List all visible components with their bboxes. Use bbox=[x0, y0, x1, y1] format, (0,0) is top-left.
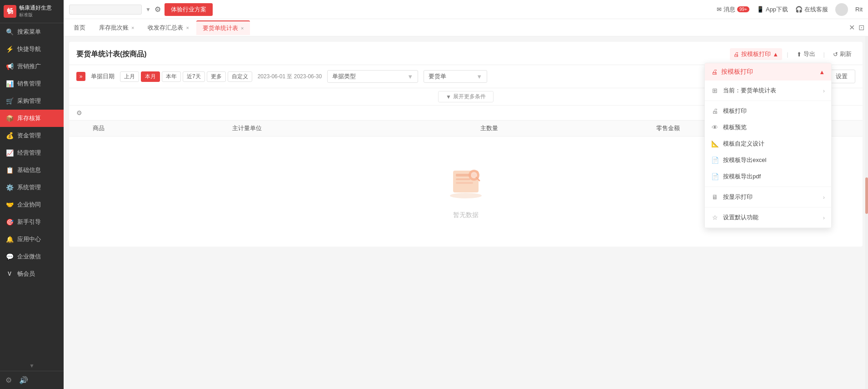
table-gear-icon[interactable]: ⚙ bbox=[76, 109, 82, 116]
logo-text-group: 畅康通好生意 标准版 bbox=[19, 5, 52, 18]
template-print-label: 模板打印 bbox=[723, 107, 747, 115]
tab-order-stats[interactable]: 要货单统计表 × bbox=[196, 20, 250, 35]
dropdown-display-print[interactable]: 🖥 按显示打印 › bbox=[705, 189, 831, 205]
expand-more-icon: ▼ bbox=[446, 94, 451, 100]
doc-type-select[interactable]: 单据类型 ▼ bbox=[327, 70, 418, 83]
topbar-search-input[interactable] bbox=[69, 5, 142, 15]
tab-home[interactable]: 首页 bbox=[67, 21, 92, 35]
doc-type-label: 单据类型 bbox=[332, 72, 356, 81]
sidebar-item-operations-label: 经营管理 bbox=[17, 149, 41, 157]
scrollbar-track[interactable] bbox=[865, 36, 868, 389]
dropdown-template-export-excel[interactable]: 📄 按模板导出excel bbox=[705, 152, 831, 168]
tab-order-stats-close[interactable]: × bbox=[241, 25, 244, 31]
headset-icon: 🎧 bbox=[795, 6, 803, 13]
window-close-btn[interactable]: ✕ bbox=[849, 23, 855, 32]
dropdown-template-custom[interactable]: 📐 模板自定义设计 bbox=[705, 136, 831, 152]
print-template-label: 按模板打印 bbox=[741, 50, 771, 58]
tab-receipt-summary-close[interactable]: × bbox=[186, 25, 189, 30]
footer-settings-icon[interactable]: ⚙ bbox=[5, 376, 12, 384]
dropdown-template-preview[interactable]: 👁 模板预览 bbox=[705, 119, 831, 136]
online-service-btn[interactable]: 🎧 在线客服 bbox=[795, 5, 828, 14]
sidebar-item-basic[interactable]: 📋 基础信息 bbox=[0, 162, 64, 179]
sidebar-item-marketing[interactable]: 📢 营销推广 bbox=[0, 58, 64, 75]
sidebar-scroll-down[interactable]: ▼ bbox=[0, 361, 64, 371]
order-status-label: 要货单 bbox=[429, 72, 446, 81]
sidebar-item-search[interactable]: 🔍 搜索菜单 bbox=[0, 23, 64, 40]
sidebar-item-finance[interactable]: 💰 资金管理 bbox=[0, 127, 64, 144]
set-default-label: 设置默认功能 bbox=[723, 213, 758, 222]
sidebar-item-sales-label: 销售管理 bbox=[17, 80, 41, 88]
expand-more-btn[interactable]: ▼ 展开更多条件 bbox=[438, 91, 494, 102]
sidebar-item-operations[interactable]: 📈 经营管理 bbox=[0, 144, 64, 162]
sidebar-item-wechat[interactable]: 💬 企业微信 bbox=[0, 248, 64, 265]
date-btn-this-year[interactable]: 本年 bbox=[162, 71, 181, 82]
sidebar-item-member[interactable]: V 畅会员 bbox=[0, 265, 64, 283]
col-quantity: 主数量 bbox=[475, 121, 651, 136]
trial-button[interactable]: 体验行业方案 bbox=[165, 3, 213, 16]
sidebar-item-sales[interactable]: 📊 销售管理 bbox=[0, 75, 64, 92]
tab-home-label: 首页 bbox=[74, 24, 85, 32]
sales-icon: 📊 bbox=[5, 80, 14, 87]
sidebar-item-system[interactable]: ⚙️ 系统管理 bbox=[0, 179, 64, 196]
marketing-icon: 📢 bbox=[5, 63, 14, 70]
message-btn[interactable]: ✉ 消息 99+ bbox=[717, 5, 749, 14]
tab-inventory-batch[interactable]: 库存批次账 × bbox=[93, 21, 140, 35]
sidebar-item-appstore-label: 应用中心 bbox=[17, 235, 41, 243]
dropdown-current-item[interactable]: ⊞ 当前：要货单统计表 › bbox=[705, 82, 831, 99]
print-template-btn[interactable]: 🖨 按模板打印 ▲ bbox=[730, 48, 782, 60]
dropdown-display-section: 🖥 按显示打印 › bbox=[705, 187, 831, 207]
sidebar-item-enterprise[interactable]: 🤝 企业协同 bbox=[0, 196, 64, 213]
filter-expand-btn[interactable]: » bbox=[76, 72, 85, 81]
tab-bar: 首页 库存批次账 × 收发存汇总表 × 要货单统计表 × ✕ ⊡ bbox=[64, 19, 868, 36]
svg-point-0 bbox=[450, 193, 482, 198]
sidebar-item-inventory[interactable]: 📦 库存核算 bbox=[0, 110, 64, 127]
basic-icon: 📋 bbox=[5, 167, 14, 174]
date-btn-last-month[interactable]: 上月 bbox=[120, 71, 139, 82]
topbar-right: ✉ 消息 99+ 📱 App下载 🎧 在线客服 Rit bbox=[717, 3, 863, 16]
topbar-chevron-icon[interactable]: ▼ bbox=[145, 6, 151, 13]
date-range-display: 2023-06-01 至 2023-06-30 bbox=[258, 73, 322, 81]
topbar-settings-icon[interactable]: ⚙ bbox=[155, 5, 161, 14]
set-default-arrow: › bbox=[823, 214, 825, 221]
sidebar-item-marketing-label: 营销推广 bbox=[17, 62, 41, 71]
svg-rect-4 bbox=[456, 182, 473, 184]
refresh-btn[interactable]: ↺ 刷新 bbox=[829, 48, 855, 60]
app-download-btn[interactable]: 📱 App下载 bbox=[757, 5, 788, 14]
export-btn[interactable]: ⬆ 导出 bbox=[793, 48, 819, 60]
dropdown-template-print[interactable]: 🖨 模板打印 bbox=[705, 103, 831, 119]
dropdown-items-section: 🖨 模板打印 👁 模板预览 📐 模板自定义设计 📄 按模板导出excel 📄 按… bbox=[705, 101, 831, 187]
dropdown-template-export-pdf[interactable]: 📄 按模板导出pdf bbox=[705, 168, 831, 185]
sidebar-item-enterprise-label: 企业协同 bbox=[17, 201, 41, 209]
tab-receipt-summary[interactable]: 收发存汇总表 × bbox=[141, 21, 195, 35]
dropdown-collapse-icon[interactable]: ▲ bbox=[819, 69, 825, 76]
date-btn-custom[interactable]: 自定义 bbox=[228, 71, 252, 82]
expand-more-label: 展开更多条件 bbox=[453, 93, 486, 101]
footer-sound-icon[interactable]: 🔊 bbox=[19, 376, 28, 384]
tab-inventory-batch-close[interactable]: × bbox=[131, 25, 134, 30]
online-service-label: 在线客服 bbox=[804, 5, 828, 14]
dropdown-printer-icon: 🖨 bbox=[711, 68, 718, 76]
date-btn-this-month[interactable]: 本月 bbox=[141, 71, 160, 82]
sidebar-item-beginner[interactable]: 🎯 新手引导 bbox=[0, 213, 64, 231]
sidebar-item-appstore[interactable]: 🔔 应用中心 bbox=[0, 231, 64, 248]
dropdown-header[interactable]: 🖨 按模板打印 ▲ bbox=[705, 63, 831, 81]
enterprise-icon: 🤝 bbox=[5, 201, 14, 208]
operations-icon: 📈 bbox=[5, 149, 14, 157]
sidebar-item-wechat-label: 企业微信 bbox=[17, 253, 41, 261]
settings-button[interactable]: 设置 bbox=[828, 70, 855, 83]
order-status-select[interactable]: 要货单 ▼ bbox=[424, 70, 487, 83]
date-btn-more[interactable]: 更多 bbox=[207, 71, 226, 82]
sidebar-item-quick-nav[interactable]: ⚡ 快捷导航 bbox=[0, 40, 64, 58]
scrollbar-thumb[interactable] bbox=[865, 177, 868, 214]
window-maximize-btn[interactable]: ⊡ bbox=[858, 23, 864, 32]
sidebar-item-basic-label: 基础信息 bbox=[17, 166, 41, 174]
dropdown-set-default[interactable]: ☆ 设置默认功能 › bbox=[705, 209, 831, 226]
sidebar-item-purchase[interactable]: 🛒 采购管理 bbox=[0, 92, 64, 110]
col-checkbox bbox=[69, 121, 87, 136]
app-download-label: App下载 bbox=[766, 5, 788, 14]
page-actions: 🖨 按模板打印 ▲ | ⬆ 导出 | ↺ 刷新 bbox=[730, 48, 855, 60]
date-btn-last-7[interactable]: 近7天 bbox=[183, 71, 205, 82]
user-avatar[interactable] bbox=[835, 3, 848, 16]
doc-type-chevron: ▼ bbox=[407, 73, 413, 80]
template-custom-label: 模板自定义设计 bbox=[723, 140, 764, 148]
